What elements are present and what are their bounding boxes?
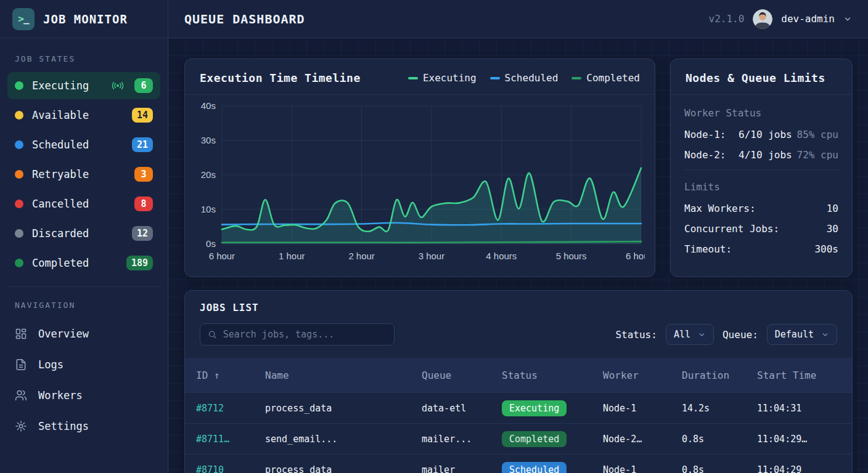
timeline-chart: 0s10s20s30s40s6 hour1 hour2 hour3 hour4 … — [185, 95, 655, 269]
executing-legend-dash — [408, 77, 418, 79]
job-worker: Node-1 — [603, 403, 682, 414]
sidebar-state-completed[interactable]: Completed 189 — [7, 249, 160, 277]
state-count-badge: 14 — [132, 108, 153, 123]
chart-title: Execution Time Timeline — [200, 71, 361, 84]
job-id-link[interactable]: #8711… — [196, 434, 265, 445]
queue-filter-label: Queue: — [723, 329, 758, 341]
job-start-time: 11:04:29 — [757, 464, 852, 473]
avatar[interactable] — [753, 9, 772, 29]
legend-scheduled[interactable]: Scheduled — [490, 72, 559, 84]
svg-text:5 hours: 5 hours — [556, 251, 587, 261]
discarded-dot — [15, 229, 23, 238]
column-header-worker[interactable]: Worker — [603, 370, 682, 381]
job-queue: data-etl — [422, 403, 502, 414]
nav-label: Overview — [38, 328, 89, 340]
node-name: Node-2: — [684, 149, 739, 161]
legend-executing[interactable]: Executing — [408, 72, 477, 84]
sidebar-item-logs[interactable]: Logs — [7, 349, 160, 380]
state-label: Completed — [32, 257, 89, 269]
node-cpu: 72% cpu — [797, 149, 838, 161]
queue-filter-select[interactable]: Default — [767, 324, 837, 345]
status-badge: Completed — [502, 431, 567, 447]
nav-label: Logs — [38, 358, 63, 371]
nav-label: Workers — [38, 389, 83, 402]
state-label: Executing — [32, 79, 89, 92]
jobs-list-heading: JOBS LIST — [200, 302, 259, 313]
svg-text:2 hour: 2 hour — [348, 251, 374, 261]
status-filter-label: Status: — [615, 329, 657, 341]
state-label: Available — [32, 109, 89, 121]
user-menu-chevron-down-icon[interactable] — [843, 15, 852, 23]
sidebar-item-settings[interactable]: Settings — [7, 411, 160, 442]
column-header-duration[interactable]: Duration — [682, 370, 757, 381]
limit-row: Max Workers: 10 — [684, 203, 838, 214]
sidebar-divider — [7, 286, 160, 287]
table-row[interactable]: #8712 process_data data-etl Executing No… — [185, 392, 852, 423]
search-icon — [208, 329, 217, 339]
jobs-search[interactable] — [200, 323, 395, 346]
queue-filter-value: Default — [775, 329, 814, 340]
table-row[interactable]: #8710 process_data mailer Scheduled Node… — [185, 454, 852, 473]
sidebar-item-workers[interactable]: Workers — [7, 380, 160, 411]
timeline-chart-svg: 0s10s20s30s40s6 hour1 hour2 hour3 hour4 … — [195, 99, 645, 266]
job-duration: 14.2s — [682, 403, 757, 414]
column-header-start-time[interactable]: Start Time — [757, 370, 852, 381]
column-header-name[interactable]: Name — [265, 370, 422, 381]
executing-dot — [15, 81, 23, 90]
status-filter-select[interactable]: All — [666, 324, 714, 345]
job-start-time: 11:04:31 — [757, 403, 852, 414]
limit-label: Max Workers: — [684, 203, 756, 214]
legend-completed[interactable]: Completed — [571, 72, 640, 84]
job-id-link[interactable]: #8712 — [196, 403, 265, 414]
table-row[interactable]: #8711… send_email... mailer... Completed… — [185, 423, 852, 454]
node-name: Node-1: — [684, 129, 739, 140]
state-count-badge: 8 — [134, 196, 153, 211]
svg-text:30s: 30s — [201, 135, 216, 145]
search-input[interactable] — [223, 329, 387, 340]
navigation-heading: NAVIGATION — [7, 301, 160, 310]
username-label[interactable]: dev-admin — [781, 13, 835, 25]
svg-text:6 hours: 6 hours — [626, 251, 645, 261]
scheduled-dot — [15, 140, 23, 149]
sidebar-state-discarded[interactable]: Discarded 12 — [7, 220, 160, 247]
state-label: Retryable — [32, 168, 89, 180]
sidebar-state-scheduled[interactable]: Scheduled 21 — [7, 131, 160, 158]
job-worker: Node-1 — [603, 464, 682, 473]
sidebar-state-cancelled[interactable]: Cancelled 8 — [7, 190, 160, 217]
state-label: Cancelled — [32, 198, 89, 210]
sidebar-state-executing[interactable]: Executing 6 — [7, 72, 160, 99]
sidebar-state-available[interactable]: Available 14 — [7, 102, 160, 129]
column-header-queue[interactable]: Queue — [422, 370, 502, 381]
svg-text:3 hour: 3 hour — [419, 251, 444, 261]
nav-label: Settings — [38, 420, 89, 432]
status-filter-value: All — [674, 329, 690, 340]
job-id-link[interactable]: #8710 — [196, 464, 265, 473]
node-status-row: Node-2: 4/10 jobs 72% cpu — [684, 149, 838, 161]
limits-heading: Limits — [684, 181, 838, 193]
version-label: v2.1.0 — [709, 13, 745, 25]
nodes-panel-title: Nodes & Queue Limits — [686, 71, 825, 84]
job-queue: mailer — [422, 464, 502, 473]
completed-dot — [15, 259, 23, 267]
column-header-status[interactable]: Status — [502, 370, 603, 381]
sidebar-state-retryable[interactable]: Retryable 3 — [7, 161, 160, 188]
column-header-id[interactable]: ID ↑ — [196, 370, 265, 381]
svg-text:40s: 40s — [201, 100, 216, 111]
limit-row: Concurrent Jobs: 30 — [684, 223, 838, 235]
job-states-heading: JOB STATES — [7, 54, 160, 63]
settings-gear-icon — [15, 420, 27, 432]
available-dot — [15, 111, 23, 119]
scheduled-legend-dash — [490, 77, 500, 79]
terminal-logo-icon: >_ — [12, 8, 35, 30]
node-jobs: 6/10 jobs — [739, 129, 792, 140]
state-count-badge: 6 — [134, 78, 153, 93]
topbar: QUEUE DASHBOARD v2.1.0 dev-admin — [168, 0, 868, 38]
svg-text:6 hour: 6 hour — [209, 251, 235, 261]
live-signal-icon — [111, 81, 125, 90]
logs-file-icon — [15, 358, 27, 371]
state-label: Scheduled — [32, 139, 89, 151]
limit-label: Concurrent Jobs: — [684, 223, 779, 235]
sidebar-item-overview[interactable]: Overview — [7, 318, 160, 349]
job-name: send_email... — [265, 434, 422, 445]
job-start-time: 11:04:29… — [757, 434, 852, 445]
